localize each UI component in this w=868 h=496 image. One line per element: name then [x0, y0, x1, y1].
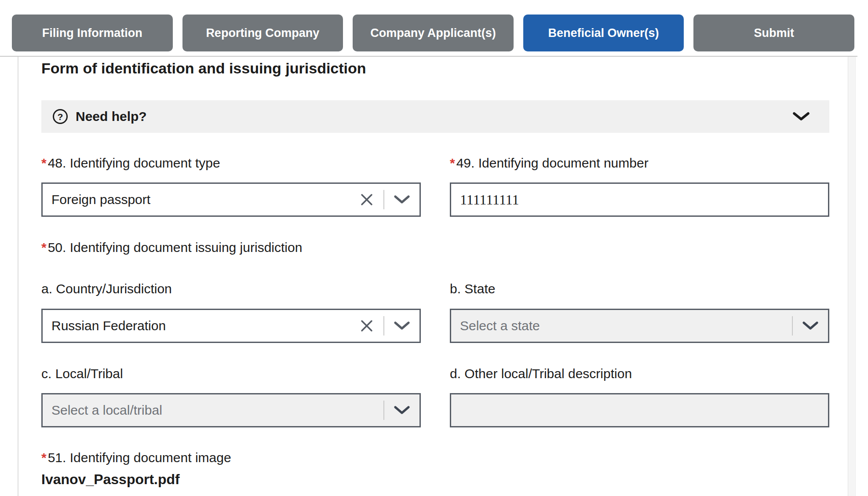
required-asterisk: * — [41, 240, 47, 255]
question-circle-icon: ? — [53, 109, 68, 124]
tab-beneficial-owners[interactable]: Beneficial Owner(s) — [523, 15, 684, 51]
doc-type-label: *48. Identifying document type — [41, 156, 220, 171]
chevron-down-icon — [793, 310, 828, 342]
doc-number-input[interactable] — [450, 182, 829, 217]
chevron-down-icon — [792, 112, 810, 123]
clear-icon[interactable] — [350, 310, 383, 342]
required-asterisk: * — [41, 450, 47, 465]
required-asterisk: * — [450, 156, 455, 170]
country-jurisdiction-combobox[interactable]: Russian Federation — [41, 309, 421, 343]
form-step-tabs: Filing Information Reporting Company Com… — [12, 15, 854, 51]
doc-type-combobox[interactable]: Foreign passport — [41, 182, 421, 217]
tab-filing-information[interactable]: Filing Information — [12, 15, 173, 51]
country-jurisdiction-value: Russian Federation — [43, 318, 350, 333]
local-tribal-placeholder: Select a local/tribal — [43, 403, 383, 418]
question-glyph: ? — [58, 112, 63, 121]
required-asterisk: * — [41, 156, 47, 170]
need-help-accordion[interactable]: ? Need help? — [41, 100, 829, 133]
other-local-tribal-description-label: d. Other local/Tribal description — [450, 366, 632, 381]
tabs-divider-line — [0, 56, 857, 57]
state-combobox: Select a state — [450, 309, 829, 343]
tab-company-applicants[interactable]: Company Applicant(s) — [353, 15, 514, 51]
scrollbar-track[interactable] — [848, 57, 856, 496]
local-tribal-label: c. Local/Tribal — [41, 366, 123, 381]
need-help-label: Need help? — [76, 109, 147, 124]
other-local-tribal-description-input — [450, 393, 829, 427]
section-title: Form of identification and issuing juris… — [41, 60, 366, 77]
state-label: b. State — [450, 281, 495, 296]
tab-submit[interactable]: Submit — [693, 15, 854, 51]
issuing-jurisdiction-label: *50. Identifying document issuing jurisd… — [41, 240, 302, 255]
local-tribal-combobox: Select a local/tribal — [41, 393, 421, 427]
country-jurisdiction-label: a. Country/Jurisdiction — [41, 281, 172, 296]
uploaded-file-name: Ivanov_Passport.pdf — [41, 471, 180, 488]
doc-number-label: *49. Identifying document number — [450, 156, 649, 171]
chevron-down-icon — [384, 394, 419, 426]
tab-reporting-company[interactable]: Reporting Company — [182, 15, 343, 51]
chevron-down-icon[interactable] — [384, 184, 419, 215]
doc-type-value: Foreign passport — [43, 192, 350, 207]
content-panel-left-border — [18, 57, 18, 496]
doc-image-label: *51. Identifying document image — [41, 450, 231, 465]
state-placeholder: Select a state — [451, 318, 792, 333]
clear-icon[interactable] — [350, 184, 383, 215]
chevron-down-icon[interactable] — [384, 310, 419, 342]
